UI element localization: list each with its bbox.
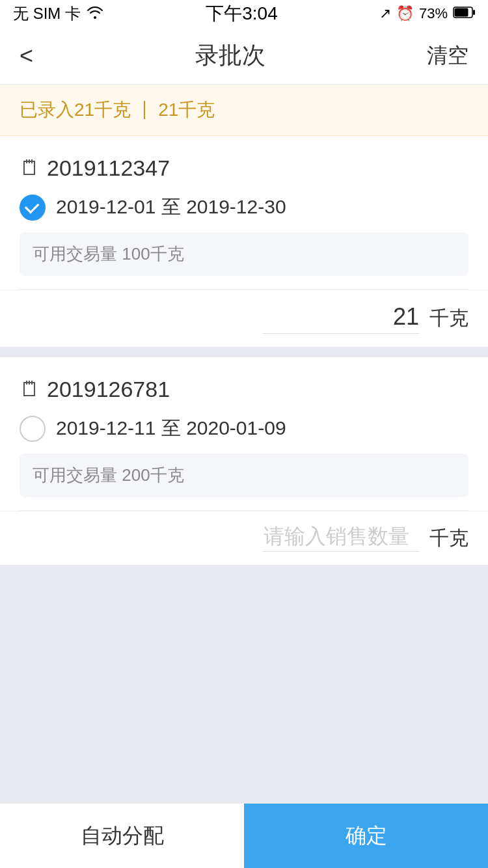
batch-card-2: 🗒 2019126781 2019-12-11 至 2020-01-09 可用交… — [0, 357, 488, 565]
available-qty-1: 可用交易量 100千克 — [20, 232, 468, 276]
status-bar: 无 SIM 卡 下午3:04 ↗ ⏰ 73% — [0, 0, 488, 27]
batch-doc-icon-2: 🗒 — [20, 377, 40, 401]
batch-date-2: 2019-12-11 至 2020-01-09 — [56, 415, 286, 442]
location-icon: ↗ — [379, 5, 391, 22]
alarm-icon: ⏰ — [396, 5, 414, 22]
sim-status: 无 SIM 卡 — [13, 3, 81, 24]
svg-rect-1 — [455, 8, 468, 17]
amount-row-1: 21 千克 — [0, 290, 488, 347]
amount-value-1: 21 — [393, 303, 419, 331]
batch-date-row-2[interactable]: 2019-12-11 至 2020-01-09 — [0, 409, 488, 448]
nav-bar: < 录批次 清空 — [0, 27, 488, 85]
section-separator — [0, 347, 488, 357]
batch-id-1: 2019112347 — [47, 156, 170, 181]
battery-text: 73% — [419, 5, 448, 22]
status-left: 无 SIM 卡 — [13, 3, 104, 24]
svg-rect-2 — [473, 10, 475, 15]
batch-radio-1[interactable] — [20, 195, 46, 221]
available-qty-2: 可用交易量 200千克 — [20, 454, 468, 497]
input-underline-2 — [263, 551, 419, 552]
info-banner: 已录入21千克 21千克 — [0, 85, 488, 136]
batch-header-2: 🗒 2019126781 — [0, 357, 488, 409]
amount-underline-1 — [263, 333, 419, 334]
page-title: 录批次 — [195, 40, 265, 72]
status-time: 下午3:04 — [206, 1, 278, 26]
batch-card-1: 🗒 2019112347 2019-12-01 至 2019-12-30 可用交… — [0, 136, 488, 347]
batch-doc-icon-1: 🗒 — [20, 156, 40, 180]
back-button[interactable]: < — [20, 42, 33, 70]
batch-radio-2[interactable] — [20, 416, 46, 442]
empty-area — [0, 565, 488, 825]
qty-input-2[interactable] — [224, 524, 419, 549]
batch-header-1: 🗒 2019112347 — [0, 136, 488, 187]
batch-id-2: 2019126781 — [47, 377, 170, 402]
total-amount: 21千克 — [158, 98, 215, 122]
confirm-button[interactable]: 确定 — [244, 804, 488, 868]
qty-unit-2: 千克 — [429, 525, 468, 552]
auto-distribute-button[interactable]: 自动分配 — [0, 804, 244, 868]
info-divider — [144, 101, 145, 119]
clear-button[interactable]: 清空 — [427, 42, 468, 70]
batch-date-1: 2019-12-01 至 2019-12-30 — [56, 194, 286, 221]
status-right: ↗ ⏰ 73% — [379, 5, 475, 22]
batch-date-row-1[interactable]: 2019-12-01 至 2019-12-30 — [0, 187, 488, 227]
qty-input-wrap[interactable] — [224, 524, 419, 552]
amount-underline-wrap-1: 21 — [263, 303, 419, 334]
recorded-amount: 已录入21千克 — [20, 98, 131, 122]
input-row-2[interactable]: 千克 — [0, 511, 488, 565]
wifi-icon — [86, 5, 104, 23]
bottom-bar: 自动分配 确定 — [0, 803, 488, 868]
amount-unit-1: 千克 — [429, 305, 468, 332]
battery-icon — [453, 5, 475, 22]
